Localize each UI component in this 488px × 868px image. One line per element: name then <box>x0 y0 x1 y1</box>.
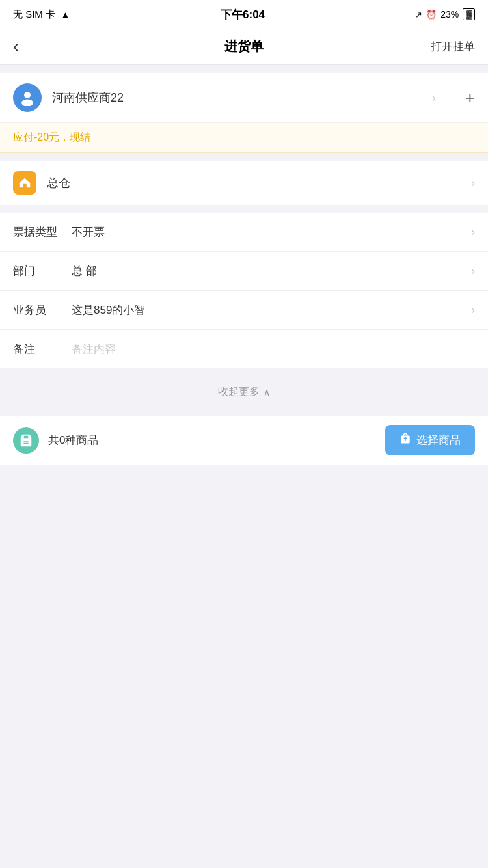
battery-icon: ▓ <box>463 8 475 20</box>
carrier-text: 无 SIM 卡 <box>13 8 55 21</box>
remark-row[interactable]: 备注 备注内容 <box>0 330 488 368</box>
salesperson-label: 业务员 <box>13 303 65 318</box>
form-section: 票据类型 不开票 › 部门 总 部 › 业务员 这是859的小智 › 备注 备注… <box>0 213 488 368</box>
location-icon: ↗ <box>415 10 422 20</box>
invoice-type-value: 不开票 <box>72 224 471 239</box>
status-right: ↗ ⏰ 23% ▓ <box>415 8 475 20</box>
invoice-type-row[interactable]: 票据类型 不开票 › <box>0 213 488 252</box>
status-left: 无 SIM 卡 ▲ <box>13 8 70 21</box>
svg-point-0 <box>24 92 31 98</box>
divider <box>457 88 457 107</box>
supplier-row[interactable]: 河南供应商22 › + <box>0 73 488 123</box>
invoice-type-arrow-icon: › <box>471 225 475 239</box>
salesperson-row[interactable]: 业务员 这是859的小智 › <box>0 291 488 330</box>
supplier-avatar <box>13 83 42 112</box>
select-product-icon <box>400 433 411 448</box>
open-pending-button[interactable]: 打开挂单 <box>431 39 475 54</box>
content: 河南供应商22 › + 应付-20元，现结 总仓 › 票据类型 不开票 › <box>0 73 488 465</box>
svg-point-1 <box>21 100 33 107</box>
status-bar: 无 SIM 卡 ▲ 下午6:04 ↗ ⏰ 23% ▓ <box>0 0 488 29</box>
remark-value: 备注内容 <box>72 342 475 357</box>
nav-bar: ‹ 进货单 打开挂单 <box>0 29 488 65</box>
back-button[interactable]: ‹ <box>13 34 24 59</box>
salesperson-value: 这是859的小智 <box>72 303 471 318</box>
department-row[interactable]: 部门 总 部 › <box>0 252 488 291</box>
warehouse-name: 总仓 <box>47 175 471 191</box>
wifi-icon: ▲ <box>61 9 70 20</box>
alarm-icon: ⏰ <box>426 10 437 20</box>
page-title: 进货单 <box>224 38 264 55</box>
salesperson-arrow-icon: › <box>471 303 475 317</box>
supplier-arrow-icon: › <box>432 91 436 105</box>
warehouse-section: 总仓 › <box>0 161 488 205</box>
collapse-icon: ∧ <box>264 387 270 398</box>
invoice-type-label: 票据类型 <box>13 224 65 239</box>
collapse-text: 收起更多 <box>218 385 260 399</box>
supplier-name: 河南供应商22 <box>52 90 432 105</box>
remark-label: 备注 <box>13 342 65 357</box>
warehouse-row[interactable]: 总仓 › <box>0 161 488 205</box>
product-count-text: 共0种商品 <box>48 433 385 448</box>
warehouse-arrow-icon: › <box>471 176 475 190</box>
collapse-row[interactable]: 收起更多 ∧ <box>0 376 488 408</box>
status-time: 下午6:04 <box>221 7 265 22</box>
department-value: 总 部 <box>72 264 471 278</box>
notice-text: 应付-20元，现结 <box>13 131 90 142</box>
supplier-section: 河南供应商22 › + 应付-20元，现结 <box>0 73 488 153</box>
product-cart-icon <box>13 427 39 454</box>
select-product-button[interactable]: 选择商品 <box>385 425 475 455</box>
add-supplier-button[interactable]: + <box>465 88 475 108</box>
battery-text: 23% <box>441 9 459 20</box>
department-arrow-icon: › <box>471 264 475 278</box>
warehouse-icon <box>13 171 36 195</box>
department-label: 部门 <box>13 264 65 278</box>
select-product-label: 选择商品 <box>416 433 461 448</box>
notice-banner: 应付-20元，现结 <box>0 123 488 153</box>
product-bar: 共0种商品 选择商品 <box>0 416 488 465</box>
